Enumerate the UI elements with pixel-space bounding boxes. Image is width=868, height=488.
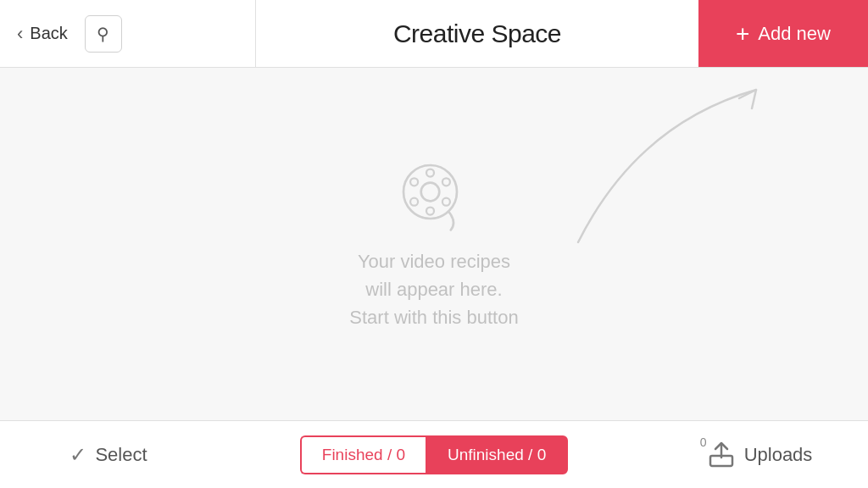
svg-point-0 bbox=[403, 165, 457, 219]
tab-unfinished[interactable]: Unfinished / 0 bbox=[426, 435, 568, 474]
svg-point-4 bbox=[442, 197, 450, 205]
svg-point-5 bbox=[426, 207, 434, 214]
uploads-area[interactable]: 0 Uploads bbox=[651, 441, 868, 469]
back-button[interactable]: ‹ Back bbox=[17, 23, 68, 45]
empty-state: Your video recipes will appear here. Sta… bbox=[349, 158, 518, 331]
empty-text-line3: Start with this button bbox=[349, 303, 518, 331]
search-icon: ⚲ bbox=[97, 24, 109, 44]
header-title-area: Creative Space bbox=[256, 0, 698, 67]
upload-icon bbox=[707, 441, 736, 469]
main-content: Your video recipes will appear here. Sta… bbox=[0, 68, 868, 420]
back-label: Back bbox=[30, 24, 67, 43]
empty-state-text: Your video recipes will appear here. Sta… bbox=[349, 247, 518, 331]
page-title: Creative Space bbox=[393, 19, 561, 48]
upload-count: 0 bbox=[700, 435, 707, 449]
add-new-label: Add new bbox=[758, 23, 831, 45]
header: ‹ Back ⚲ Creative Space + Add new bbox=[0, 0, 868, 68]
film-reel-icon bbox=[396, 158, 472, 234]
empty-text-line2: will appear here. bbox=[349, 275, 518, 303]
svg-point-7 bbox=[410, 178, 418, 186]
checkmark-icon: ✓ bbox=[70, 443, 86, 467]
svg-point-3 bbox=[442, 178, 450, 186]
select-area[interactable]: ✓ Select bbox=[0, 443, 217, 467]
search-button[interactable]: ⚲ bbox=[85, 15, 122, 53]
uploads-label: Uploads bbox=[744, 444, 813, 466]
tab-finished[interactable]: Finished / 0 bbox=[300, 435, 426, 474]
select-label: Select bbox=[95, 444, 147, 466]
upload-icon-wrap: 0 bbox=[707, 441, 736, 469]
header-left: ‹ Back ⚲ bbox=[0, 0, 256, 67]
back-chevron-icon: ‹ bbox=[17, 23, 23, 45]
arrow-hint bbox=[570, 73, 790, 259]
svg-point-2 bbox=[426, 169, 434, 176]
footer: ✓ Select Finished / 0 Unfinished / 0 0 U… bbox=[0, 420, 868, 488]
add-new-button[interactable]: + Add new bbox=[698, 0, 868, 67]
add-new-plus-icon: + bbox=[736, 22, 749, 46]
svg-point-6 bbox=[410, 197, 418, 205]
svg-point-1 bbox=[421, 182, 440, 201]
footer-tabs: Finished / 0 Unfinished / 0 bbox=[217, 435, 651, 474]
empty-text-line1: Your video recipes bbox=[349, 247, 518, 275]
